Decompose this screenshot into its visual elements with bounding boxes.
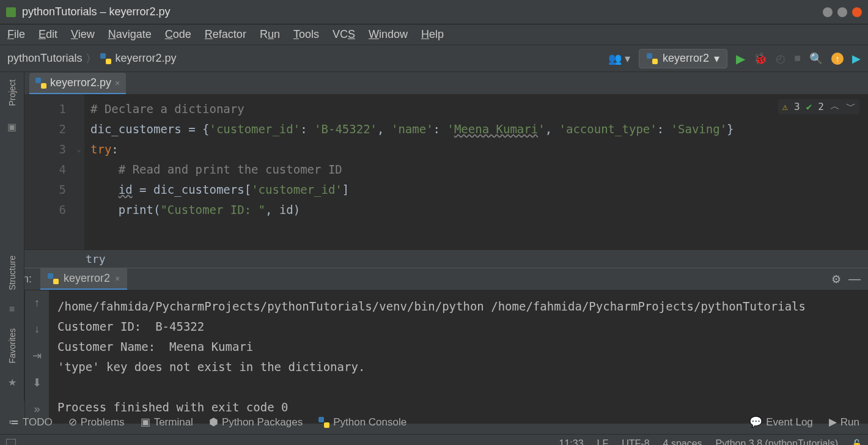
code-editor[interactable]: 1 2 3 4 5 6 ⌄ # Declare a dictionary dic…: [24, 94, 868, 249]
coverage-button[interactable]: ◴: [776, 52, 785, 65]
menu-view[interactable]: View: [71, 28, 95, 41]
code-ident: id: [279, 203, 293, 216]
run-output[interactable]: /home/fahmida/PycharmProjects/pythonTuto…: [49, 290, 868, 424]
tool-windows-toggle-icon[interactable]: [6, 439, 16, 446]
down-arrow-icon[interactable]: ↓: [34, 323, 40, 336]
breadcrumb-file[interactable]: keyerror2.py: [115, 52, 176, 65]
project-tool-button[interactable]: Project: [7, 77, 17, 109]
collaborators-icon[interactable]: 👥 ▾: [608, 52, 630, 65]
minimize-icon[interactable]: [823, 7, 833, 17]
menu-tools[interactable]: Tools: [293, 28, 319, 41]
run-tab[interactable]: keyerror2 ×: [40, 268, 127, 290]
maximize-icon[interactable]: [837, 7, 847, 17]
menu-navigate[interactable]: Navigate: [108, 28, 152, 41]
label: Event Log: [766, 416, 813, 428]
menu-window[interactable]: Window: [369, 28, 408, 41]
lock-icon[interactable]: 🔓: [851, 439, 862, 446]
breadcrumb: pythonTutorials 〉 keyerror2.py: [7, 51, 176, 66]
output-line: /home/fahmida/PycharmProjects/pythonTuto…: [57, 300, 806, 313]
output-line: Process finished with exit code 0: [57, 400, 289, 414]
menu-refactor[interactable]: Refactor: [205, 28, 246, 41]
prev-highlight-icon[interactable]: ︿: [830, 100, 840, 113]
line-number: 6: [29, 200, 66, 220]
warning-icon: ⊘: [68, 416, 77, 428]
next-highlight-icon[interactable]: ﹀: [846, 100, 856, 113]
gear-icon[interactable]: ⚙: [831, 273, 841, 286]
more-icon[interactable]: »: [34, 403, 40, 416]
close-tab-icon[interactable]: ×: [115, 78, 120, 88]
menu-run[interactable]: Run: [260, 28, 280, 41]
indent-setting[interactable]: 4 spaces: [663, 438, 702, 446]
terminal-tool-button[interactable]: ▣Terminal: [141, 416, 193, 428]
run-tool-window: Run: keyerror2 × ⚙ — ▶ 🔧 ■ ▥ ↑ ↓ ⇥ ⬇ » /…: [0, 268, 868, 410]
run-tool-button[interactable]: ▶Run: [829, 416, 859, 428]
code-text: = dic_customers[: [133, 183, 251, 196]
todo-tool-button[interactable]: ≔TODO: [9, 416, 53, 428]
menu-edit[interactable]: Edit: [39, 28, 57, 41]
structure-tool-button[interactable]: Structure: [7, 253, 17, 293]
hide-panel-icon[interactable]: —: [848, 272, 861, 286]
tab-label: keyerror2.py: [50, 76, 111, 89]
list-icon: ≔: [9, 416, 19, 428]
python-file-icon: [100, 53, 111, 64]
close-run-tab-icon[interactable]: ×: [115, 274, 120, 284]
debug-button[interactable]: 🐞: [754, 52, 767, 65]
code-text: :: [433, 122, 447, 136]
run-header: Run: keyerror2 × ⚙ —: [0, 268, 868, 290]
left-tool-strip-lower: Structure ≡ Favorites ★: [0, 249, 24, 401]
star-icon[interactable]: ★: [8, 377, 17, 388]
event-log-button[interactable]: 💬Event Log: [749, 416, 813, 428]
code-text: = {: [182, 122, 210, 136]
line-number: 3: [29, 139, 66, 160]
breadcrumb-project[interactable]: pythonTutorials: [7, 52, 82, 65]
label: Python Console: [333, 416, 406, 428]
line-number: 4: [29, 160, 66, 180]
ide-scripting-icon[interactable]: ▶: [852, 52, 861, 65]
run-toolbar-secondary: ↑ ↓ ⇥ ⬇ »: [24, 290, 49, 424]
menu-help[interactable]: Help: [421, 28, 444, 41]
console-tool-button[interactable]: Python Console: [318, 416, 406, 428]
favorites-tool-button[interactable]: Favorites: [7, 326, 17, 366]
label: Run: [840, 416, 859, 428]
inspections-widget[interactable]: ⚠ 3 ✔ 2 ︿ ﹀: [778, 99, 859, 114]
line-number-gutter: 1 2 3 4 5 6: [24, 94, 73, 249]
folder-icon[interactable]: ▣: [7, 121, 17, 133]
python-file-icon: [35, 78, 46, 89]
code-content[interactable]: # Declare a dictionary dic_customers = {…: [84, 94, 740, 249]
line-separator[interactable]: LF: [597, 438, 609, 446]
scroll-to-end-icon[interactable]: ⬇: [32, 376, 42, 389]
search-icon[interactable]: 🔍: [809, 52, 823, 65]
menu-file[interactable]: File: [7, 28, 25, 41]
up-arrow-icon[interactable]: ↑: [34, 296, 40, 309]
code-keyword: try: [90, 142, 111, 156]
menu-code[interactable]: Code: [165, 28, 191, 41]
packages-tool-button[interactable]: ⬢Python Packages: [209, 416, 303, 428]
structure-icon[interactable]: ≡: [9, 304, 15, 315]
folding-gutter[interactable]: ⌄: [73, 94, 84, 249]
code-comment: # Declare a dictionary: [90, 102, 245, 116]
code-context-bar: try: [0, 249, 868, 268]
run-configuration-selector[interactable]: keyerror2 ▾: [639, 49, 727, 68]
run-button[interactable]: ▶: [736, 51, 745, 66]
window-title: pythonTutorials – keyerror2.py: [22, 6, 823, 18]
breadcrumb-separator: 〉: [86, 51, 97, 66]
editor-tab-keyerror2[interactable]: keyerror2.py ×: [29, 73, 126, 94]
code-text: (: [153, 203, 160, 216]
problems-tool-button[interactable]: ⊘Problems: [68, 416, 125, 428]
caret-position[interactable]: 11:33: [559, 438, 584, 446]
play-icon: ▶: [829, 416, 837, 428]
code-text: ,: [377, 122, 391, 136]
soft-wrap-icon[interactable]: ⇥: [32, 349, 42, 362]
label: Problems: [81, 416, 125, 428]
code-text: :: [657, 122, 671, 136]
close-icon[interactable]: [852, 7, 862, 17]
code-string: 'Saving': [671, 122, 727, 136]
updates-icon[interactable]: ↑: [831, 53, 844, 65]
stop-button[interactable]: ■: [794, 52, 801, 65]
code-string: ': [538, 122, 545, 136]
menu-vcs[interactable]: VCS: [333, 28, 355, 41]
line-number: 5: [29, 180, 66, 200]
run-config-name: keyerror2: [663, 52, 709, 65]
interpreter[interactable]: Python 3.8 (pythonTutorials): [716, 438, 838, 446]
file-encoding[interactable]: UTF-8: [622, 438, 649, 446]
